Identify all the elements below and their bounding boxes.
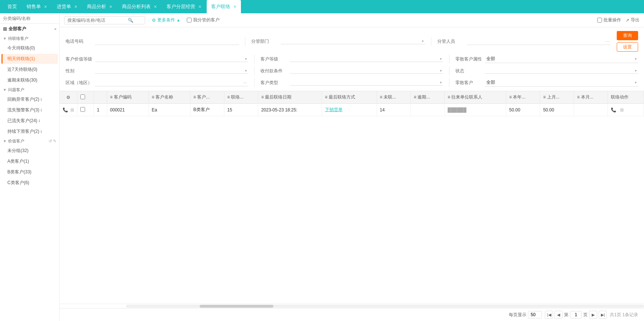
scrollbar-thumb[interactable] (200, 305, 273, 308)
col-overdue[interactable]: ≡ 逾期... (410, 91, 444, 104)
row-checkbox-cell[interactable] (77, 104, 94, 116)
batch-op-checkbox[interactable] (597, 18, 602, 23)
col-checkbox[interactable] (77, 91, 94, 104)
first-page-button[interactable]: |◀ (545, 311, 553, 319)
sidebar-item-today-contact[interactable]: 今天待联络(0) (1, 43, 58, 53)
row-customer-name[interactable]: Ea (148, 104, 190, 116)
filter-retail-customer-value: 全部 (486, 79, 495, 86)
group-problem-customers[interactable]: ▼ 问题客户 (0, 86, 59, 94)
col-settings[interactable]: ⚙ (60, 91, 77, 104)
chevron-down-icon-cust-type: ▾ (440, 80, 442, 84)
filter-status-select[interactable]: ▾ (485, 68, 638, 74)
col-last-month[interactable]: ≡ 上月... (540, 91, 574, 104)
col-customer-name[interactable]: ≡ 客户名称 (148, 91, 190, 104)
last-contact-link[interactable]: 下销货单 (325, 107, 343, 112)
sidebar-item-repeat-abnormal[interactable]: 回购异常客户(2) ℹ (1, 94, 58, 104)
nav-sales[interactable]: 销售单 ✕ (22, 0, 52, 13)
filter-payment-select[interactable]: ▾ (290, 68, 443, 74)
row-phone-icon[interactable]: 📞 (63, 107, 68, 113)
sidebar-item-b-class[interactable]: B类客户(33) (1, 167, 58, 177)
nav-goods-analysis-list-close[interactable]: ✕ (154, 4, 157, 9)
filter-phone-input[interactable] (95, 38, 239, 45)
sidebar-item-week-contact[interactable]: 近7天待联络(0) (1, 65, 58, 75)
my-customer-checkbox-area[interactable]: 我分管的客户 (187, 17, 220, 23)
query-button[interactable]: 查询 (617, 31, 638, 40)
filter-divider-5 (254, 66, 255, 75)
col-this-month[interactable]: ≡ 本月... (574, 91, 608, 104)
filter-status: 状态 ▾ (455, 68, 638, 74)
filter-row-2: 客户价值等级 ▾ 客户等级 ▾ 零散客户属性 (66, 55, 638, 63)
col-last-contact-method[interactable]: ≡ 最后联络方式 (322, 91, 377, 104)
nav-goods-analysis-list[interactable]: 商品分析列表 ✕ (118, 0, 161, 13)
filter-cust-type-select[interactable]: ▾ (290, 80, 443, 86)
sidebar-item-lost[interactable]: 已流失客户(24) ℹ (1, 116, 58, 126)
row-grid-icon[interactable]: ⊞ (70, 107, 74, 113)
sidebar-item-overdue-contact[interactable]: 逾期未联络(30) (1, 75, 58, 85)
filter-retail-customer-select[interactable]: 全部 ▾ (485, 79, 638, 87)
search-icon[interactable]: 🔍 (128, 18, 133, 23)
search-input[interactable] (67, 18, 126, 23)
batch-op-button[interactable]: 批量操作 (597, 17, 621, 23)
col-this-year[interactable]: ≡ 本年... (506, 91, 540, 104)
filter-cust-value-select[interactable]: ▾ (95, 56, 248, 62)
export-button[interactable]: ↗ 导出 (626, 17, 640, 23)
page-number-input[interactable] (570, 311, 582, 318)
select-all-checkbox[interactable] (80, 94, 85, 99)
next-page-button[interactable]: ▶ (589, 311, 597, 319)
filter-region-select[interactable]: ··· (95, 79, 248, 86)
group-pending-contact[interactable]: ▼ 待联络客户 (0, 34, 59, 43)
nav-purchase[interactable]: 进货单 ✕ (52, 0, 82, 13)
nav-customer-contact[interactable]: 客户联络 ✕ (207, 0, 241, 13)
filter-retail-attr-label: 零散客户属性 (455, 56, 482, 62)
nav-home[interactable]: 首页 (3, 0, 21, 13)
filter-gender: 性别 ▾ (66, 68, 248, 74)
filter-dept-select[interactable]: ▾ (281, 38, 425, 44)
col-unit-contact[interactable]: ≡ 往来单位联系人 (444, 91, 506, 104)
col-customer-type[interactable]: ≡ 客户... (190, 91, 224, 104)
nav-goods-analysis-label: 商品分析 (87, 3, 106, 10)
row-last-contact-method[interactable]: 下销货单 (322, 104, 377, 116)
col-customer-code[interactable]: ≡ 客户编码 (107, 91, 148, 104)
prev-page-button[interactable]: ◀ (554, 311, 563, 319)
filter-cust-level-select[interactable]: ▾ (290, 56, 443, 62)
nav-sales-close[interactable]: ✕ (44, 4, 47, 9)
last-page-button[interactable]: ▶| (599, 311, 607, 319)
sidebar-item-lost-risk[interactable]: 流失预警客户(3) ℹ (1, 105, 58, 115)
filter-retail-customer-label: 零散客户 (455, 80, 482, 86)
col-un-contact[interactable]: ≡ 未联... (377, 91, 410, 104)
toolbar: 🔍 ⚙ 更多条件 ▲ 我分管的客户 批量操作 ↗ 导出 (60, 13, 644, 27)
row-contact-phone-icon[interactable]: 📞 (611, 107, 616, 113)
main-layout: 🔍 ⊞ 全部客户 « ▼ 待联络客户 今天待联络(0) 明天待联络(1) 近7天… (0, 13, 644, 321)
sidebar-item-tomorrow-contact[interactable]: 明天待联络(1) (1, 54, 58, 64)
search-box[interactable]: 🔍 (64, 16, 145, 24)
nav-purchase-close[interactable]: ✕ (74, 4, 77, 9)
filter-person-select[interactable]: ··· (467, 38, 611, 45)
my-customer-checkbox[interactable] (187, 18, 192, 23)
filter-retail-attr-select[interactable]: 全部 ▾ (485, 55, 638, 63)
filter-status-label: 状态 (455, 68, 482, 74)
nav-customer-segment[interactable]: 客户分层经营 ✕ (162, 0, 206, 13)
sidebar-collapse-icon[interactable]: « (54, 27, 56, 31)
setting-button[interactable]: 设置 (617, 42, 638, 52)
sidebar-item-c-class[interactable]: C类客户(6) (1, 178, 58, 188)
filter-gender-select[interactable]: ▾ (95, 68, 248, 74)
page-size-select[interactable]: 50 (528, 311, 542, 318)
filter-dept: 分管部门 ▾ (251, 38, 425, 45)
row-checkbox[interactable] (80, 107, 85, 112)
group-value-customers[interactable]: ▼ 价值客户 ↺ ✎ (0, 137, 59, 145)
all-customers-header[interactable]: ⊞ 全部客户 « (0, 24, 59, 34)
nav-customer-segment-close[interactable]: ✕ (198, 4, 202, 9)
more-filter-button[interactable]: ⚙ 更多条件 ▲ (148, 15, 184, 25)
row-contact-qr-icon[interactable]: ⊞ (620, 107, 624, 113)
toolbar-right: 批量操作 ↗ 导出 (597, 17, 640, 23)
sidebar-item-ungrouped[interactable]: 未分组(32) (1, 146, 58, 156)
col-last-contact-date[interactable]: ≡ 最后联络日期 (258, 91, 322, 104)
export-label: 导出 (631, 17, 640, 23)
nav-customer-contact-close[interactable]: ✕ (233, 4, 237, 9)
sidebar-item-continuous-down[interactable]: 持续下滑客户(2) ℹ (1, 127, 58, 137)
nav-goods-analysis[interactable]: 商品分析 ✕ (83, 0, 117, 13)
col-contact[interactable]: ≡ 联络... (224, 91, 258, 104)
sidebar-search-input[interactable] (3, 16, 58, 21)
sidebar-item-a-class[interactable]: A类客户(1) (1, 156, 58, 166)
nav-goods-analysis-close[interactable]: ✕ (109, 4, 112, 9)
